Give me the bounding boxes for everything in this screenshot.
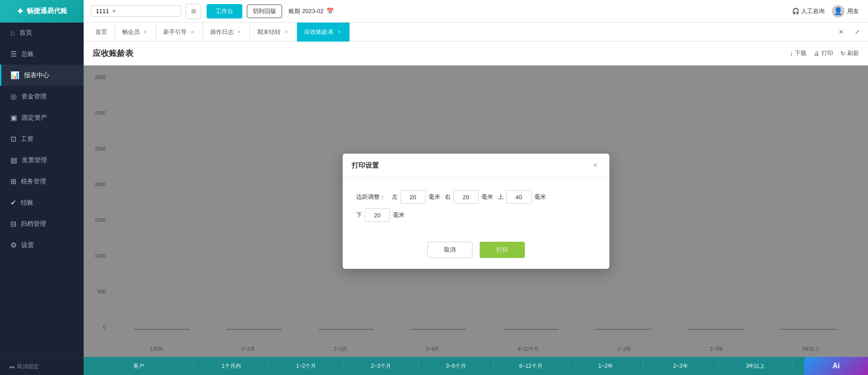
th-customer: 客户 bbox=[84, 362, 194, 370]
copy-icon: ⊞ bbox=[191, 8, 196, 14]
tab-home-label: 首页 bbox=[95, 28, 107, 36]
sidebar-item-settlement[interactable]: ✔ 结账 bbox=[0, 192, 84, 213]
sidebar-item-tax[interactable]: ⊞ 税务管理 bbox=[0, 171, 84, 192]
logo-text: 畅捷通易代账 bbox=[27, 7, 67, 15]
payroll-icon: ⊡ bbox=[10, 135, 16, 143]
content-area: 首页 畅会员 × 新手引导 × 操作日志 × 期末结转 × bbox=[84, 23, 868, 375]
tab-log[interactable]: 操作日志 × bbox=[203, 23, 250, 42]
sidebar-item-invoice[interactable]: ▤ 发票管理 bbox=[0, 150, 84, 171]
download-icon: ↓ bbox=[790, 50, 793, 57]
service-button[interactable]: 🎧 人工咨询 bbox=[792, 7, 825, 15]
tab-log-close[interactable]: × bbox=[236, 28, 242, 36]
tab-member-close[interactable]: × bbox=[142, 28, 148, 36]
calendar-icon[interactable]: 📅 bbox=[326, 8, 334, 14]
th-3y-plus: 3年以上 bbox=[718, 362, 793, 370]
modal-footer: 取消 打印 bbox=[343, 234, 609, 269]
th-2-3y: 2~3年 bbox=[643, 362, 718, 370]
page-title: 应收账龄表 bbox=[93, 48, 133, 59]
asset-icon: ▣ bbox=[10, 113, 17, 122]
tab-guide-close[interactable]: × bbox=[189, 28, 195, 36]
sidebar-item-settings[interactable]: ⚙ 设置 bbox=[0, 234, 84, 256]
tab-home[interactable]: 首页 bbox=[88, 23, 115, 42]
margin-label: 边距调整： bbox=[356, 193, 386, 201]
modal-body: 边距调整： 左 毫米 右 bbox=[343, 178, 609, 234]
margin-left-group: 左 毫米 bbox=[392, 190, 440, 204]
fund-icon: ◎ bbox=[10, 92, 17, 101]
switch-old-button[interactable]: 切到旧版 bbox=[247, 5, 282, 18]
sidebar-item-label: 工资 bbox=[21, 135, 33, 143]
sidebar-footer[interactable]: ◂◂ 取消固定 bbox=[0, 358, 84, 375]
tab-member[interactable]: 畅会员 × bbox=[115, 23, 156, 42]
sidebar-item-fund[interactable]: ◎ 资金管理 bbox=[0, 86, 84, 107]
sidebar-item-label: 资金管理 bbox=[21, 93, 47, 101]
sidebar-item-label: 报表中心 bbox=[24, 71, 49, 80]
archive-icon: ⊟ bbox=[10, 220, 16, 228]
service-label: 人工咨询 bbox=[801, 7, 825, 15]
tab-expand-button[interactable]: ⤢ bbox=[851, 26, 863, 38]
tab-period-end-close[interactable]: × bbox=[283, 28, 289, 36]
print-settings-modal: 打印设置 × 边距调整： 左 毫米 bbox=[343, 154, 609, 269]
th-2-3m: 2~3个月 bbox=[344, 362, 419, 370]
tab-close-button[interactable]: ✕ bbox=[835, 26, 847, 38]
tab-ar-aging-label: 应收账龄表 bbox=[304, 28, 334, 36]
copy-button[interactable]: ⊞ bbox=[186, 4, 201, 19]
tab-period-end[interactable]: 期末结转 × bbox=[250, 23, 297, 42]
sidebar-item-label: 固定资产 bbox=[22, 114, 47, 122]
margin-row: 边距调整： 左 毫米 右 bbox=[356, 190, 596, 222]
tab-period-end-label: 期末结转 bbox=[257, 28, 281, 36]
right-prefix: 右 bbox=[445, 193, 451, 201]
sidebar-item-label: 发票管理 bbox=[22, 156, 47, 164]
company-selector[interactable]: 1111 ▾ bbox=[91, 5, 181, 17]
sidebar-item-payroll[interactable]: ⊡ 工资 bbox=[0, 128, 84, 150]
chart-area: 2500 2500 2500 2000 1500 1000 500 0 bbox=[84, 66, 868, 357]
tab-ar-aging-close[interactable]: × bbox=[336, 28, 342, 36]
sidebar-item-home[interactable]: ⌂ 首页 bbox=[0, 23, 84, 43]
margin-top-group: 上 毫米 bbox=[498, 190, 546, 204]
margin-left-input[interactable] bbox=[401, 190, 426, 204]
sidebar-item-report[interactable]: 📊 报表中心 bbox=[0, 65, 84, 86]
tab-ar-aging[interactable]: 应收账龄表 × bbox=[297, 23, 350, 42]
sidebar-item-label: 结账 bbox=[21, 199, 33, 207]
left-prefix: 左 bbox=[392, 193, 398, 201]
sidebar-item-label: 税务管理 bbox=[21, 178, 46, 186]
sidebar-item-label: 设置 bbox=[21, 241, 34, 249]
page-actions: ↓ 下载 🖨 打印 ↻ 刷新 bbox=[790, 49, 859, 57]
right-unit: 毫米 bbox=[481, 193, 493, 201]
download-label: 下载 bbox=[795, 49, 807, 57]
th-1-2y: 1~2年 bbox=[568, 362, 643, 370]
print-button[interactable]: 🖨 打印 bbox=[814, 49, 833, 57]
th-1-2m: 1~2个月 bbox=[269, 362, 344, 370]
workbench-button[interactable]: 工作台 bbox=[207, 4, 242, 19]
sidebar-item-archive[interactable]: ⊟ 归档管理 bbox=[0, 213, 84, 234]
tab-guide[interactable]: 新手引导 × bbox=[156, 23, 203, 42]
ai-badge[interactable]: Ai bbox=[804, 357, 868, 375]
refresh-button[interactable]: ↻ 刷新 bbox=[840, 49, 859, 57]
chevron-down-icon: ▾ bbox=[113, 8, 116, 14]
tab-member-label: 畅会员 bbox=[122, 28, 140, 36]
margin-bottom-input[interactable] bbox=[365, 208, 390, 222]
sidebar-item-asset[interactable]: ▣ 固定资产 bbox=[0, 107, 84, 128]
refresh-icon: ↻ bbox=[840, 50, 845, 57]
settlement-icon: ✔ bbox=[10, 198, 16, 207]
avatar: 👤 bbox=[832, 5, 844, 18]
tax-icon: ⊞ bbox=[10, 177, 16, 186]
cancel-button[interactable]: 取消 bbox=[427, 242, 472, 258]
ledger-icon: ☰ bbox=[10, 50, 17, 58]
logo: ✦ 畅捷通易代账 bbox=[0, 0, 84, 23]
sidebar-item-ledger[interactable]: ☰ 总账 bbox=[0, 43, 84, 65]
modal-close-button[interactable]: × bbox=[590, 161, 600, 170]
margin-right-input[interactable] bbox=[453, 190, 479, 204]
tab-controls: ✕ ⤢ bbox=[835, 26, 863, 38]
download-button[interactable]: ↓ 下载 bbox=[790, 49, 807, 57]
modal-overlay: 打印设置 × 边距调整： 左 毫米 bbox=[84, 66, 868, 357]
tab-log-label: 操作日志 bbox=[210, 28, 234, 36]
confirm-print-button[interactable]: 打印 bbox=[480, 242, 525, 258]
refresh-label: 刷新 bbox=[847, 49, 859, 57]
user-area[interactable]: 👤 用友 bbox=[832, 5, 859, 18]
th-6-12m: 6~12个月 bbox=[494, 362, 569, 370]
header-right: 🎧 人工咨询 👤 用友 bbox=[792, 5, 863, 18]
home-icon: ⌂ bbox=[10, 29, 15, 37]
report-icon: 📊 bbox=[10, 71, 19, 80]
margin-top-input[interactable] bbox=[506, 190, 532, 204]
sidebar-footer-label: 取消固定 bbox=[17, 363, 39, 370]
